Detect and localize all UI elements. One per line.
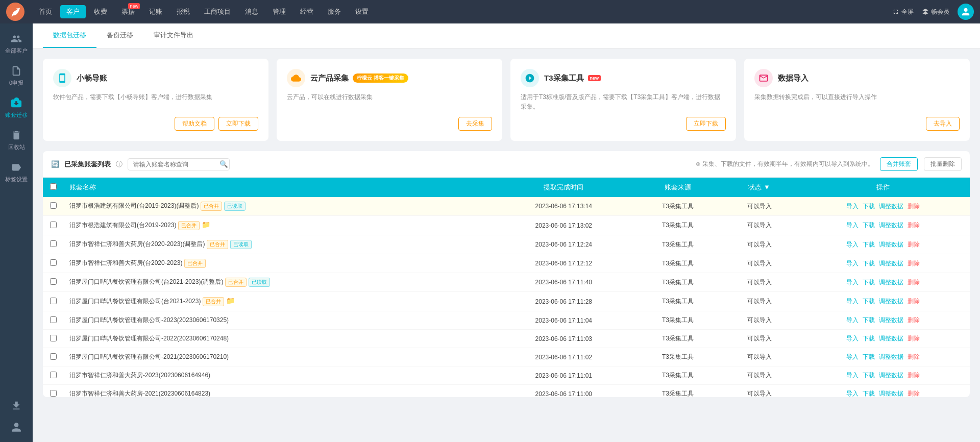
row-checkbox-cell[interactable]: [43, 348, 63, 366]
row-checkbox-cell[interactable]: [43, 254, 63, 273]
nav-settings[interactable]: 设置: [349, 5, 375, 18]
go-collect-btn[interactable]: 去采集: [458, 117, 492, 131]
col-status[interactable]: 状态 ▼: [722, 178, 797, 197]
row-checkbox[interactable]: [50, 353, 57, 360]
sidebar-item-recycle[interactable]: 回收站: [0, 124, 33, 156]
nav-service[interactable]: 服务: [322, 5, 347, 18]
nav-biz[interactable]: 工商项目: [198, 5, 237, 18]
select-all-checkbox[interactable]: [50, 183, 57, 190]
action-btn-删除[interactable]: 删除: [908, 278, 920, 287]
action-btn-删除[interactable]: 删除: [908, 371, 920, 380]
action-btn-调整数据[interactable]: 调整数据: [879, 202, 903, 211]
action-btn-删除[interactable]: 删除: [908, 240, 920, 249]
nav-account[interactable]: 记账: [143, 5, 168, 18]
nav-invoice[interactable]: 票据 new: [115, 5, 141, 18]
action-btn-删除[interactable]: 删除: [908, 202, 920, 211]
sidebar-item-user[interactable]: [9, 416, 24, 438]
batch-del-btn[interactable]: 批量删除: [924, 157, 962, 171]
vip-btn[interactable]: 畅会员: [922, 8, 949, 16]
tab-audit-export[interactable]: 审计文件导出: [143, 23, 204, 48]
nav-ops[interactable]: 经营: [294, 5, 320, 18]
row-checkbox-cell[interactable]: [43, 235, 63, 254]
row-checkbox-cell[interactable]: [43, 292, 63, 311]
row-checkbox[interactable]: [50, 298, 57, 304]
nav-message[interactable]: 消息: [239, 5, 264, 18]
sidebar-item-zero-declare[interactable]: 0申报: [0, 60, 33, 92]
action-btn-调整数据[interactable]: 调整数据: [879, 278, 903, 287]
sidebar-item-download[interactable]: [9, 395, 24, 416]
action-btn-下载[interactable]: 下载: [863, 353, 875, 361]
action-btn-导入[interactable]: 导入: [846, 389, 859, 397]
row-checkbox-cell[interactable]: [43, 385, 63, 398]
nav-home[interactable]: 首页: [33, 5, 58, 18]
action-btn-调整数据[interactable]: 调整数据: [879, 389, 903, 397]
action-btn-删除[interactable]: 删除: [908, 334, 920, 343]
row-checkbox[interactable]: [50, 372, 57, 378]
action-btn-下载[interactable]: 下载: [863, 389, 875, 397]
action-btn-下载[interactable]: 下载: [863, 297, 875, 306]
row-checkbox-cell[interactable]: [43, 366, 63, 385]
row-checkbox-cell[interactable]: [43, 273, 63, 292]
nav-fee[interactable]: 收费: [88, 5, 113, 18]
action-btn-调整数据[interactable]: 调整数据: [879, 371, 903, 380]
action-btn-下载[interactable]: 下载: [863, 202, 875, 211]
action-btn-下载[interactable]: 下载: [863, 334, 875, 343]
action-btn-调整数据[interactable]: 调整数据: [879, 334, 903, 343]
action-btn-删除[interactable]: 删除: [908, 221, 920, 230]
action-btn-调整数据[interactable]: 调整数据: [879, 240, 903, 249]
action-btn-调整数据[interactable]: 调整数据: [879, 353, 903, 361]
action-btn-调整数据[interactable]: 调整数据: [879, 316, 903, 325]
row-checkbox-cell[interactable]: [43, 197, 63, 216]
action-btn-调整数据[interactable]: 调整数据: [879, 259, 903, 268]
fullscreen-btn[interactable]: 全屏: [892, 8, 914, 16]
action-btn-删除[interactable]: 删除: [908, 353, 920, 361]
xiaochang-download-btn[interactable]: 立即下载: [218, 117, 258, 131]
action-btn-导入[interactable]: 导入: [846, 297, 859, 306]
action-btn-导入[interactable]: 导入: [846, 371, 859, 380]
row-checkbox[interactable]: [50, 202, 57, 209]
action-btn-删除[interactable]: 删除: [908, 316, 920, 325]
t3-download-btn[interactable]: 立即下载: [686, 117, 726, 131]
action-btn-导入[interactable]: 导入: [846, 278, 859, 287]
sidebar-item-account-migrate[interactable]: 账套迁移: [0, 92, 33, 124]
help-doc-btn[interactable]: 帮助文档: [175, 117, 214, 131]
action-btn-导入[interactable]: 导入: [846, 316, 859, 325]
search-input[interactable]: [128, 158, 230, 170]
search-button[interactable]: 🔍: [219, 160, 228, 168]
go-import-btn[interactable]: 去导入: [926, 117, 960, 131]
action-btn-导入[interactable]: 导入: [846, 202, 859, 211]
action-btn-导入[interactable]: 导入: [846, 334, 859, 343]
action-btn-删除[interactable]: 删除: [908, 259, 920, 268]
row-checkbox[interactable]: [50, 316, 57, 323]
row-checkbox-cell[interactable]: [43, 330, 63, 348]
row-checkbox[interactable]: [50, 240, 57, 247]
action-btn-导入[interactable]: 导入: [846, 221, 859, 230]
table-scroll-area[interactable]: 账套名称 提取完成时间 账套来源 状态 ▼ 操作 汨罗市根浩建筑有限公司(台20…: [43, 178, 970, 397]
action-btn-删除[interactable]: 删除: [908, 389, 920, 397]
action-btn-下载[interactable]: 下载: [863, 259, 875, 268]
action-btn-下载[interactable]: 下载: [863, 240, 875, 249]
row-checkbox[interactable]: [50, 222, 57, 228]
tab-data-migrate[interactable]: 数据包迁移: [43, 23, 96, 48]
action-btn-导入[interactable]: 导入: [846, 240, 859, 249]
sidebar-item-all-clients[interactable]: 全部客户: [0, 28, 33, 60]
nav-tax[interactable]: 报税: [170, 5, 196, 18]
row-checkbox-cell[interactable]: [43, 311, 63, 330]
action-btn-删除[interactable]: 删除: [908, 297, 920, 306]
action-btn-下载[interactable]: 下载: [863, 278, 875, 287]
action-btn-调整数据[interactable]: 调整数据: [879, 297, 903, 306]
tab-backup-migrate[interactable]: 备份迁移: [96, 23, 143, 48]
action-btn-下载[interactable]: 下载: [863, 371, 875, 380]
action-btn-下载[interactable]: 下载: [863, 221, 875, 230]
user-avatar[interactable]: [958, 4, 974, 20]
nav-client[interactable]: 客户: [60, 5, 86, 18]
row-checkbox[interactable]: [50, 278, 57, 285]
action-btn-下载[interactable]: 下载: [863, 316, 875, 325]
row-checkbox[interactable]: [50, 259, 57, 266]
row-checkbox-cell[interactable]: [43, 216, 63, 235]
col-checkbox[interactable]: [43, 178, 63, 197]
nav-manage[interactable]: 管理: [266, 5, 292, 18]
action-btn-调整数据[interactable]: 调整数据: [879, 221, 903, 230]
row-checkbox[interactable]: [50, 390, 57, 397]
action-btn-导入[interactable]: 导入: [846, 259, 859, 268]
